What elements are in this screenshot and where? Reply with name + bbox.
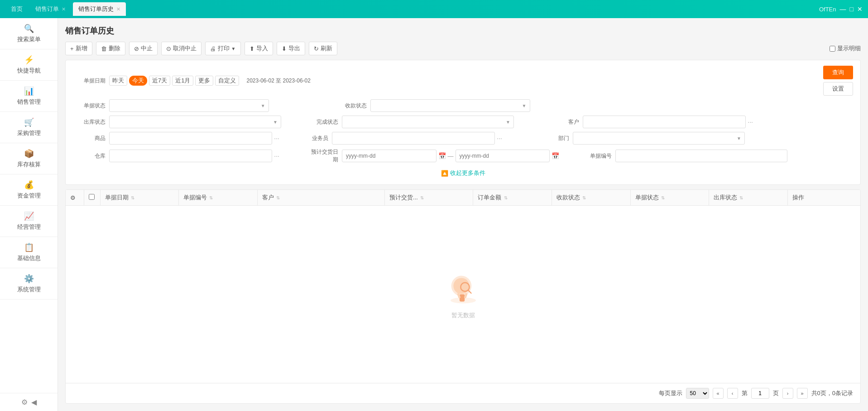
tab-sales-order-history-close[interactable]: ✕ (116, 6, 120, 12)
sidebar-item-purchase-mgmt[interactable]: 🛒 采购管理 (0, 112, 58, 143)
th-payment-status[interactable]: 收款状态 ⇅ (551, 190, 630, 206)
sidebar-item-operations[interactable]: 📈 经营管理 (0, 206, 58, 237)
tab-home[interactable]: 首页 (5, 2, 28, 16)
delivery-sort-icon: ⇅ (420, 195, 424, 200)
tab-sales-order[interactable]: 销售订单 ✕ (30, 2, 71, 16)
doc-status-select[interactable]: 待审核 已审核 已作废 (109, 99, 269, 112)
select-all-checkbox[interactable] (89, 194, 95, 200)
display-cols-label: 显示明细 (837, 44, 861, 53)
sidebar-item-quick-nav[interactable]: ⚡ 快捷导航 (0, 49, 58, 81)
date-sort-icon: ⇅ (131, 195, 134, 200)
out-status-sort-icon: ⇅ (739, 195, 743, 200)
sidebar-item-system[interactable]: ⚙️ 系统管理 (0, 268, 58, 300)
warehouse-input[interactable] (109, 150, 272, 162)
tab-sales-order-close[interactable]: ✕ (62, 6, 66, 12)
system-icon: ⚙️ (24, 274, 34, 284)
collapse-more-conditions[interactable]: 🔼 收起更多条件 (73, 167, 853, 179)
salesperson-ellipsis-icon[interactable]: ··· (495, 135, 504, 142)
delivery-date-end-calendar-icon[interactable]: 📅 (551, 152, 559, 160)
sidebar-item-search-menu-label: 搜索菜单 (17, 35, 41, 44)
payment-status-filter-label: 收款状态 (331, 102, 367, 110)
date-tag-custom[interactable]: 自定义 (215, 76, 239, 86)
btn-delete[interactable]: 🗑 删除 (96, 42, 125, 55)
delivery-date-start[interactable] (342, 150, 436, 162)
out-status-select[interactable]: 未出库 部分出库 已出库 (109, 116, 281, 128)
sidebar-item-basic-info[interactable]: 📋 基础信息 (0, 237, 58, 268)
operations-icon: 📈 (24, 211, 34, 221)
payment-status-select-wrapper: 未收款 部分收款 已收款 ▼ (370, 99, 530, 112)
th-settings[interactable]: ⚙ (66, 190, 84, 206)
page-next-btn[interactable]: › (782, 388, 793, 399)
collapse-sidebar-icon[interactable]: ◀ (31, 398, 37, 406)
page-number-input[interactable] (751, 388, 769, 399)
chevron-up-icon: 🔼 (441, 170, 448, 177)
date-tag-yesterday[interactable]: 昨天 (109, 76, 127, 86)
print-arrow-icon: ▼ (231, 46, 236, 51)
filter-row-status: 单据状态 待审核 已审核 已作废 ▼ 收款状态 (73, 99, 853, 112)
th-number[interactable]: 单据编号 ⇅ (179, 190, 258, 206)
display-cols-checkbox[interactable] (830, 46, 835, 52)
delivery-date-end[interactable] (456, 150, 550, 162)
query-button[interactable]: 查询 (823, 66, 853, 79)
btn-import[interactable]: ⬆ 导入 (245, 42, 273, 55)
filter-actions: 查询 设置 (823, 66, 853, 96)
product-ellipsis-icon[interactable]: ··· (272, 135, 281, 142)
refresh-icon: ↻ (314, 45, 319, 52)
sidebar-item-inventory[interactable]: 📦 库存核算 (0, 143, 58, 174)
btn-stop[interactable]: ⊘ 中止 (129, 42, 158, 55)
window-min-btn[interactable]: — (840, 5, 846, 13)
th-delivery-date[interactable]: 预计交货... ⇅ (385, 190, 473, 206)
customer-sort-icon: ⇅ (276, 195, 280, 200)
display-cols-check[interactable]: 显示明细 (830, 44, 861, 53)
amount-sort-icon: ⇅ (504, 195, 508, 200)
warehouse-ellipsis-icon[interactable]: ··· (272, 152, 281, 160)
payment-status-select[interactable]: 未收款 部分收款 已收款 (370, 99, 530, 112)
per-page-select[interactable]: 50 100 200 (686, 388, 709, 399)
delivery-date-start-calendar-icon[interactable]: 📅 (438, 152, 446, 160)
btn-refresh[interactable]: ↻ 刷新 (309, 42, 337, 55)
page-first-btn[interactable]: « (713, 388, 724, 399)
add-icon: + (70, 45, 74, 52)
date-tag-7days[interactable]: 近7天 (149, 76, 170, 86)
window-max-btn[interactable]: □ (850, 5, 854, 13)
btn-export[interactable]: ⬇ 导出 (277, 42, 305, 55)
customer-ellipsis-icon[interactable]: ··· (746, 118, 755, 126)
svg-rect-5 (460, 294, 465, 301)
page-prev-btn[interactable]: ‹ (727, 388, 738, 399)
product-filter-label: 商品 (73, 135, 106, 142)
settings-button[interactable]: 设置 (823, 82, 853, 96)
customer-input[interactable] (583, 116, 746, 128)
sidebar-item-sales-mgmt[interactable]: 📊 销售管理 (0, 81, 58, 112)
btn-print[interactable]: 🖨 打印 ▼ (205, 42, 241, 55)
doc-number-input[interactable] (615, 150, 787, 162)
complete-status-select[interactable]: 未完成 已完成 (342, 116, 514, 128)
th-amount[interactable]: 订单金额 ⇅ (473, 190, 552, 206)
sidebar-item-search-menu[interactable]: 🔍 搜索菜单 (0, 18, 58, 49)
dept-select[interactable] (573, 132, 745, 145)
th-out-status[interactable]: 出库状态 ⇅ (709, 190, 788, 206)
product-input[interactable] (109, 132, 272, 145)
out-status-select-wrapper: 未出库 部分出库 已出库 ▼ (109, 116, 281, 128)
payment-sort-icon: ⇅ (582, 195, 586, 200)
doc-status-sort-icon: ⇅ (661, 195, 665, 200)
salesperson-input[interactable] (332, 132, 495, 145)
sidebar: 🔍 搜索菜单 ⚡ 快捷导航 📊 销售管理 🛒 采购管理 📦 库存核算 💰 资金管… (0, 18, 58, 411)
btn-new[interactable]: + 新增 (65, 42, 92, 55)
window-close-btn[interactable]: ✕ (857, 5, 863, 13)
number-sort-icon: ⇅ (209, 195, 213, 200)
tab-sales-order-history[interactable]: 销售订单历史 ✕ (73, 2, 126, 16)
page-last-btn[interactable]: » (797, 388, 808, 399)
filter-row-product: 商品 ··· 业务员 ··· 部门 (73, 132, 853, 145)
btn-cancel-stop[interactable]: ⊙ 取消中止 (161, 42, 201, 55)
date-tag-more[interactable]: 更多 (195, 76, 213, 86)
sidebar-item-finance[interactable]: 💰 资金管理 (0, 174, 58, 206)
date-tag-1month[interactable]: 近1月 (172, 76, 193, 86)
filter-panel: 单据日期 昨天 今天 近7天 近1月 更多 自定义 2023-06-02 至 2… (65, 60, 861, 185)
settings-bottom-icon[interactable]: ⚙ (21, 398, 28, 406)
th-doc-status[interactable]: 单据状态 ⇅ (630, 190, 709, 206)
table-settings-icon[interactable]: ⚙ (70, 194, 76, 201)
th-date[interactable]: 单据日期 ⇅ (100, 190, 179, 206)
th-customer[interactable]: 客户 ⇅ (257, 190, 384, 206)
date-tag-today[interactable]: 今天 (129, 76, 147, 86)
th-checkbox[interactable] (84, 190, 100, 206)
